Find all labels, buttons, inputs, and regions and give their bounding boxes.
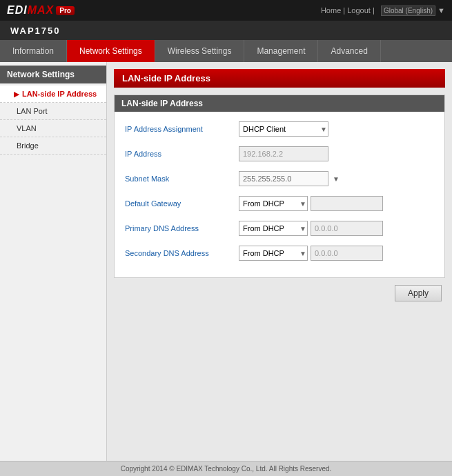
gateway-select[interactable]: From DHCP Manual <box>239 196 308 211</box>
sidebar-item-bridge[interactable]: Bridge <box>0 137 106 155</box>
secondary-dns-select[interactable]: From DHCP Manual <box>239 246 308 261</box>
logo-pro: Pro <box>56 6 75 15</box>
control-primary-dns: From DHCP Manual ▼ <box>239 221 383 236</box>
label-ip-assignment: IP Address Assignment <box>125 125 239 133</box>
control-ip-assignment: DHCP Client Static IP ▼ <box>239 121 328 137</box>
nav-item-management[interactable]: Management <box>244 40 318 62</box>
secondary-dns-select-wrapper: From DHCP Manual ▼ <box>239 246 308 261</box>
label-secondary-dns: Secondary DNS Address <box>125 249 239 257</box>
header-links: Home | Logout | Global (English) ▼ <box>321 6 445 16</box>
logout-link[interactable]: Logout <box>347 6 371 14</box>
gateway-input[interactable] <box>311 196 383 211</box>
arrow-icon: ▶ <box>14 90 19 98</box>
form-content: IP Address Assignment DHCP Client Static… <box>115 112 444 277</box>
device-name: WAP1750 <box>10 26 61 36</box>
ip-address-input[interactable] <box>239 146 328 161</box>
control-subnet-mask: ▼ <box>239 171 340 186</box>
control-default-gateway: From DHCP Manual ▼ <box>239 196 383 211</box>
primary-dns-select-wrapper: From DHCP Manual ▼ <box>239 221 308 236</box>
primary-dns-input[interactable] <box>311 221 383 236</box>
nav-bar: Information Network Settings Wireless Se… <box>0 40 452 62</box>
content-area: LAN-side IP Address LAN-side IP Address … <box>107 62 452 461</box>
sidebar-item-lan-ip[interactable]: ▶ LAN-side IP Address <box>0 86 106 103</box>
nav-item-information[interactable]: Information <box>0 40 67 62</box>
section-box: LAN-side IP Address IP Address Assignmen… <box>114 95 445 278</box>
header: EDIMAX Pro Home | Logout | Global (Engli… <box>0 0 452 21</box>
gateway-select-wrapper: From DHCP Manual ▼ <box>239 196 308 211</box>
control-secondary-dns: From DHCP Manual ▼ <box>239 246 383 261</box>
row-subnet-mask: Subnet Mask ▼ <box>125 170 434 188</box>
secondary-dns-input[interactable] <box>311 246 383 261</box>
nav-item-advanced[interactable]: Advanced <box>318 40 380 62</box>
label-subnet-mask: Subnet Mask <box>125 175 239 183</box>
sidebar: Network Settings ▶ LAN-side IP Address L… <box>0 62 107 461</box>
label-default-gateway: Default Gateway <box>125 199 239 208</box>
logo-edimax: EDIMAX <box>7 4 54 17</box>
apply-row: Apply <box>114 278 445 305</box>
main-layout: Network Settings ▶ LAN-side IP Address L… <box>0 62 452 461</box>
row-secondary-dns: Secondary DNS Address From DHCP Manual ▼ <box>125 244 434 262</box>
page-title: LAN-side IP Address <box>114 69 445 88</box>
control-ip-address <box>239 146 328 161</box>
section-header: LAN-side IP Address <box>115 95 444 112</box>
home-link[interactable]: Home <box>321 6 341 14</box>
sidebar-title: Network Settings <box>0 66 106 83</box>
sidebar-item-lan-port[interactable]: LAN Port <box>0 103 106 120</box>
label-primary-dns: Primary DNS Address <box>125 224 239 232</box>
row-primary-dns: Primary DNS Address From DHCP Manual ▼ <box>125 219 434 237</box>
row-ip-assignment: IP Address Assignment DHCP Client Static… <box>125 120 434 138</box>
apply-button[interactable]: Apply <box>395 285 442 301</box>
subnet-mask-input[interactable] <box>239 171 328 186</box>
device-bar: WAP1750 <box>0 21 452 40</box>
footer-text: Copyright 2014 © EDIMAX Technology Co., … <box>121 465 332 473</box>
primary-dns-select[interactable]: From DHCP Manual <box>239 221 308 236</box>
subnet-select-wrapper: ▼ <box>331 175 340 183</box>
logo-area: EDIMAX Pro <box>7 4 75 17</box>
label-ip-address: IP Address <box>125 150 239 158</box>
chevron-down-icon: ▼ <box>438 6 445 14</box>
ip-assignment-select[interactable]: DHCP Client Static IP <box>239 121 328 137</box>
nav-item-wireless-settings[interactable]: Wireless Settings <box>155 40 245 62</box>
row-default-gateway: Default Gateway From DHCP Manual ▼ <box>125 195 434 212</box>
ip-assignment-select-wrapper: DHCP Client Static IP ▼ <box>239 121 328 137</box>
sidebar-item-vlan[interactable]: VLAN <box>0 120 106 137</box>
footer: Copyright 2014 © EDIMAX Technology Co., … <box>0 461 452 476</box>
row-ip-address: IP Address <box>125 145 434 163</box>
nav-item-network-settings[interactable]: Network Settings <box>67 40 155 62</box>
language-selector[interactable]: Global (English) <box>381 6 435 16</box>
